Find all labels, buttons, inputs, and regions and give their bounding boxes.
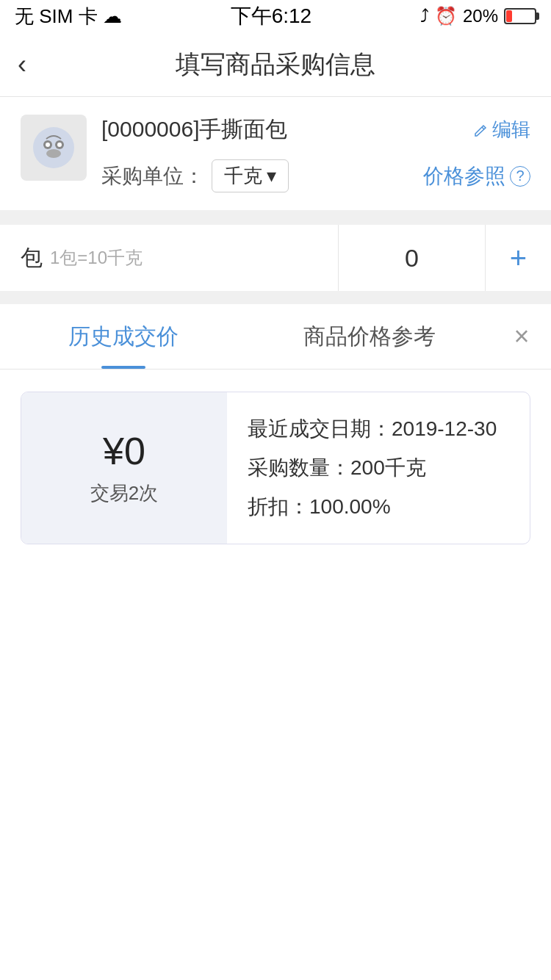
product-row: [0000006]手撕面包 编辑 采购单位： 千克 ▾ <box>21 115 530 192</box>
recent-date-row: 最近成交日期：2019-12-30 <box>248 414 509 443</box>
status-time: 下午6:12 <box>231 2 312 30</box>
product-section: [0000006]手撕面包 编辑 采购单位： 千克 ▾ <box>0 97 551 210</box>
unit-badge: 包 <box>21 243 43 273</box>
price-ref-label: 价格参照 <box>423 162 505 190</box>
purchase-unit-left: 采购单位： 千克 ▾ <box>101 159 289 192</box>
unit-value: 千克 <box>224 163 262 189</box>
section-divider-1 <box>0 210 551 225</box>
tab-close-button[interactable]: × <box>492 304 551 369</box>
unit-dropdown[interactable]: 千克 ▾ <box>212 159 289 192</box>
section-divider-2 <box>0 291 551 304</box>
alarm-icon: ⏰ <box>435 6 457 26</box>
product-logo-icon <box>32 126 76 170</box>
price-ref-button[interactable]: 价格参照 ? <box>423 162 530 190</box>
product-name: [0000006]手撕面包 <box>101 115 287 145</box>
quantity-section: 包 1包=10千克 + <box>0 225 551 291</box>
tab-product-price-ref[interactable]: 商品价格参考 <box>246 304 492 369</box>
recent-date-label: 最近成交日期： <box>248 417 392 440</box>
status-left: 无 SIM 卡 ☁ <box>15 4 122 29</box>
tabs-section: 历史成交价 商品价格参考 × ¥0 交易2次 最近成交日期：2019-12-30… <box>0 304 551 566</box>
history-card-right: 最近成交日期：2019-12-30 采购数量：200千克 折扣：100.00% <box>227 392 530 544</box>
quantity-controls: + <box>338 225 551 291</box>
price-value: 0 <box>124 430 145 472</box>
quantity-label-wrap: 包 1包=10千克 <box>0 243 338 273</box>
battery-percent: 20% <box>463 6 498 26</box>
history-card: ¥0 交易2次 最近成交日期：2019-12-30 采购数量：200千克 折扣：… <box>21 392 530 544</box>
discount-row: 折扣：100.00% <box>248 492 509 521</box>
help-icon: ? <box>510 166 530 187</box>
unit-hint: 1包=10千克 <box>50 246 143 270</box>
product-thumbnail <box>21 115 87 181</box>
discount-value: 100.00% <box>309 495 391 518</box>
sim-status: 无 SIM 卡 ☁ <box>15 4 122 29</box>
page-title: 填写商品采购信息 <box>176 48 375 82</box>
currency-symbol: ¥ <box>103 430 124 472</box>
svg-point-5 <box>46 149 61 158</box>
status-bar: 无 SIM 卡 ☁ 下午6:12 ⤴ ⏰ 20% <box>0 0 551 32</box>
nav-bar: ‹ 填写商品采购信息 <box>0 32 551 97</box>
tab-history-price[interactable]: 历史成交价 <box>0 304 246 369</box>
dropdown-arrow-icon: ▾ <box>267 165 276 187</box>
quantity-value: 200千克 <box>350 456 426 479</box>
svg-point-0 <box>33 127 74 168</box>
tab-content: ¥0 交易2次 最近成交日期：2019-12-30 采购数量：200千克 折扣：… <box>0 370 551 566</box>
product-info: [0000006]手撕面包 编辑 采购单位： 千克 ▾ <box>101 115 530 192</box>
history-trades: 交易2次 <box>90 480 158 506</box>
back-button[interactable]: ‹ <box>18 49 26 80</box>
svg-point-4 <box>57 143 62 147</box>
discount-label: 折扣： <box>248 495 309 518</box>
quantity-plus-button[interactable]: + <box>485 225 551 291</box>
bottom-space <box>0 566 551 980</box>
battery-icon <box>504 8 536 24</box>
svg-point-3 <box>46 143 50 147</box>
location-icon: ⤴ <box>420 6 429 26</box>
product-name-row: [0000006]手撕面包 编辑 <box>101 115 530 145</box>
quantity-label: 采购数量： <box>248 456 350 479</box>
tabs-header: 历史成交价 商品价格参考 × <box>0 304 551 370</box>
history-price: ¥0 <box>103 429 145 473</box>
quantity-input[interactable] <box>338 225 485 291</box>
recent-date-value: 2019-12-30 <box>392 417 497 440</box>
history-card-left: ¥0 交易2次 <box>21 392 227 544</box>
status-right: ⤴ ⏰ 20% <box>420 6 536 26</box>
quantity-row: 采购数量：200千克 <box>248 453 509 482</box>
edit-button[interactable]: 编辑 <box>473 117 530 143</box>
purchase-unit-label: 采购单位： <box>101 162 204 190</box>
edit-icon <box>473 122 489 138</box>
tab-active-bar <box>101 366 145 369</box>
purchase-unit-row: 采购单位： 千克 ▾ 价格参照 ? <box>101 159 530 192</box>
